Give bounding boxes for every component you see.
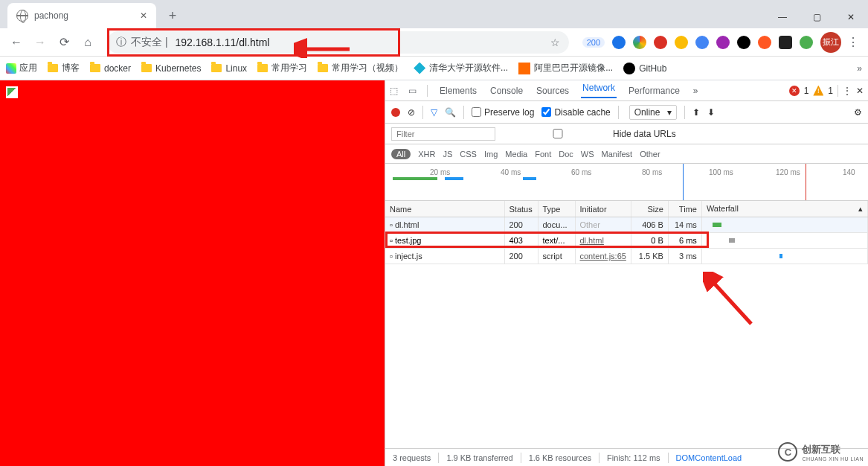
col-status[interactable]: Status (504, 201, 538, 217)
forward-button[interactable]: → (30, 32, 51, 53)
status-requests: 3 requests (393, 453, 431, 462)
browser-toolbar: ← → ⟳ ⌂ ⓘ 不安全 | 192.168.1.11/dl.html ☆ 2… (0, 28, 868, 57)
url-bar[interactable]: ⓘ 不安全 | 192.168.1.11/dl.html ☆ (107, 31, 569, 54)
search-icon[interactable]: 🔍 (445, 107, 456, 118)
hide-data-urls-checkbox[interactable]: Hide data URLs (506, 129, 676, 139)
table-row[interactable]: ▫ dl.html200docu...Other406 B14 ms (385, 217, 868, 233)
reload-button[interactable]: ⟳ (54, 32, 74, 53)
site-icon (518, 63, 530, 74)
site-icon (414, 63, 425, 74)
bookmark-link-0[interactable]: 清华大学开源软件... (414, 62, 508, 74)
col-initiator[interactable]: Initiator (575, 201, 631, 217)
home-button[interactable]: ⌂ (77, 32, 98, 53)
col-size[interactable]: Size (631, 201, 668, 217)
throttling-select[interactable]: Online ▾ (629, 105, 678, 120)
preserve-log-checkbox[interactable]: Preserve log (472, 107, 534, 118)
bookmark-link-2[interactable]: GitHub (623, 63, 666, 74)
ext-icon-4[interactable] (675, 36, 688, 49)
ext-icon-8[interactable] (758, 36, 771, 49)
table-row[interactable]: ▫ inject.js200scriptcontent.js:651.5 KB3… (385, 249, 868, 264)
folder-icon (257, 64, 268, 72)
bookmark-folder-0[interactable]: 博客 (48, 62, 80, 74)
filter-toggle-icon[interactable]: ▽ (431, 107, 437, 118)
type-media[interactable]: Media (505, 150, 527, 159)
table-row[interactable]: ▫ test.jpg403text/...dl.html0 B6 ms (385, 233, 868, 249)
col-name[interactable]: Name (385, 201, 504, 217)
ext-icon-6[interactable] (716, 36, 730, 49)
type-manifest[interactable]: Manifest (602, 150, 633, 159)
maximize-button[interactable]: ▢ (800, 6, 834, 28)
folder-icon (318, 64, 328, 72)
tab-close-icon[interactable]: ✕ (140, 10, 147, 21)
settings-gear-icon[interactable]: ⚙ (854, 107, 862, 118)
browser-menu-button[interactable]: ⋮ (844, 35, 862, 49)
tabs-more[interactable]: » (692, 86, 700, 96)
type-other[interactable]: Other (640, 150, 660, 159)
bookmark-folder-4[interactable]: 常用学习 (257, 62, 307, 74)
bookmark-folder-2[interactable]: Kubernetes (141, 63, 201, 74)
inspect-icon[interactable]: ⬚ (390, 86, 398, 96)
disable-cache-checkbox[interactable]: Disable cache (541, 107, 610, 118)
type-font[interactable]: Font (535, 150, 551, 159)
title-bar: pachong ✕ + — ▢ ✕ (0, 0, 868, 28)
col-type[interactable]: Type (538, 201, 575, 217)
network-filter-row: Hide data URLs (385, 124, 868, 144)
browser-tab[interactable]: pachong ✕ (7, 3, 156, 28)
ext-icon-1[interactable] (612, 36, 626, 49)
watermark: C 创新互联 CHUANG XIN HU LIAN (778, 442, 864, 462)
ext-icon-2[interactable] (633, 36, 646, 49)
tab-sources[interactable]: Sources (535, 86, 570, 96)
bookmark-folder-5[interactable]: 常用学习（视频） (318, 62, 403, 74)
device-icon[interactable]: ▭ (408, 86, 417, 96)
close-window-button[interactable]: ✕ (834, 6, 868, 28)
tab-console[interactable]: Console (489, 86, 524, 96)
profile-avatar[interactable]: 振江 (820, 32, 841, 53)
clear-button[interactable]: ⊘ (408, 107, 415, 118)
ext-icon-9[interactable] (779, 36, 792, 49)
apps-button[interactable]: 应用 (6, 62, 37, 74)
type-all[interactable]: All (391, 149, 411, 159)
error-badge[interactable]: ✕ (789, 86, 800, 96)
bookmark-folder-3[interactable]: Linux (211, 63, 247, 74)
minimize-button[interactable]: — (765, 6, 800, 28)
col-waterfall[interactable]: Waterfall ▴ (701, 201, 867, 217)
ext-icon-7[interactable] (737, 36, 750, 49)
new-tab-button[interactable]: + (162, 5, 183, 26)
folder-icon (48, 64, 58, 72)
upload-har-icon[interactable]: ⬆ (692, 107, 700, 118)
type-css[interactable]: CSS (460, 150, 477, 159)
type-doc[interactable]: Doc (559, 150, 573, 159)
ext-icon-5[interactable] (695, 36, 709, 49)
back-button[interactable]: ← (6, 32, 27, 53)
type-js[interactable]: JS (443, 150, 452, 159)
info-icon[interactable]: ⓘ (116, 36, 126, 49)
timeline-overview[interactable]: 20 ms 40 ms 60 ms 80 ms 100 ms 120 ms 14… (385, 164, 868, 201)
filter-input[interactable] (391, 127, 495, 141)
record-button[interactable] (391, 108, 400, 117)
bookmark-star-icon[interactable]: ☆ (550, 36, 560, 48)
broken-image-icon (6, 86, 18, 98)
tab-elements[interactable]: Elements (438, 86, 478, 96)
bookmarks-overflow-button[interactable]: » (857, 63, 862, 74)
type-ws[interactable]: WS (581, 150, 594, 159)
devtools-close[interactable]: ✕ (856, 86, 864, 96)
download-har-icon[interactable]: ⬇ (707, 107, 715, 118)
tab-network[interactable]: Network (581, 83, 617, 98)
devtools-panel: ⬚ ▭ Elements Console Sources Network Per… (385, 80, 868, 466)
network-requests-table[interactable]: Name Status Type Initiator Size Time Wat… (385, 201, 868, 448)
tab-performance[interactable]: Performance (627, 86, 681, 96)
folder-icon (141, 64, 152, 72)
warning-badge[interactable]: ! (813, 86, 823, 96)
ext-badge-200[interactable]: 200 (582, 37, 605, 48)
ext-icon-3[interactable] (654, 36, 667, 49)
devtools-menu[interactable]: ⋮ (843, 86, 852, 96)
devtools-tabs: ⬚ ▭ Elements Console Sources Network Per… (385, 80, 868, 101)
type-xhr[interactable]: XHR (418, 150, 435, 159)
col-time[interactable]: Time (668, 201, 701, 217)
ext-icon-10[interactable] (800, 36, 813, 49)
bookmark-folder-1[interactable]: docker (90, 63, 131, 74)
bookmark-link-1[interactable]: 阿里巴巴开源镜像... (518, 62, 613, 74)
content-area: ⬚ ▭ Elements Console Sources Network Per… (0, 80, 868, 466)
type-img[interactable]: Img (484, 150, 498, 159)
resource-type-filters: All XHR JS CSS Img Media Font Doc WS Man… (385, 144, 868, 164)
